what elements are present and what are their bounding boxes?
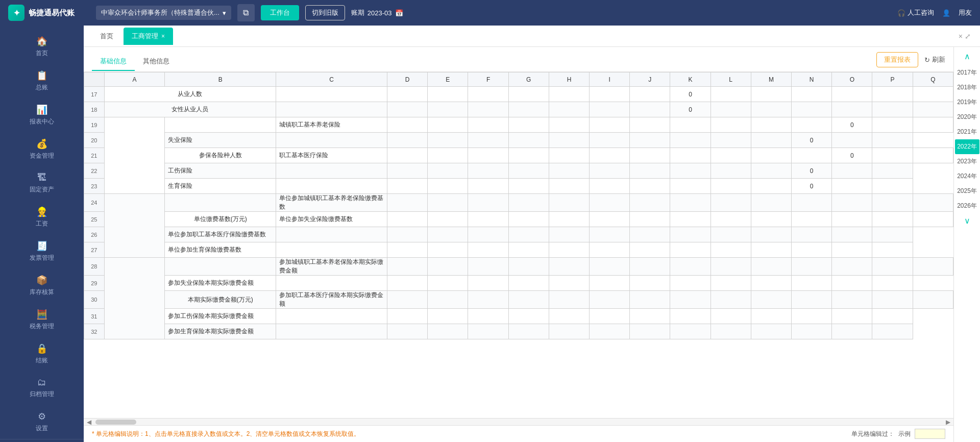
table-cell[interactable]	[792, 117, 832, 133]
table-cell-k[interactable]	[630, 324, 670, 339]
table-cell-k[interactable]	[630, 227, 670, 242]
table-cell-k[interactable]	[630, 309, 670, 324]
table-cell[interactable]	[630, 117, 670, 133]
table-cell-o[interactable]	[792, 324, 832, 339]
table-cell[interactable]	[276, 179, 387, 194]
table-cell[interactable]	[508, 163, 549, 179]
table-cell[interactable]	[832, 163, 872, 179]
consult-button[interactable]: 🎧 人工咨询	[897, 8, 934, 17]
switch-version-button[interactable]: 切到旧版	[305, 5, 345, 20]
table-cell[interactable]	[468, 258, 508, 276]
scroll-thumb[interactable]	[95, 420, 136, 425]
table-cell[interactable]	[468, 242, 508, 258]
table-cell[interactable]	[832, 133, 872, 148]
table-cell-o[interactable]: 0	[792, 133, 832, 148]
sidebar-item-ledger[interactable]: 📋 总账	[0, 64, 84, 98]
table-cell[interactable]	[428, 258, 468, 276]
table-cell[interactable]	[630, 212, 670, 227]
sidebar-item-assets[interactable]: 🏗 固定资产	[0, 166, 84, 200]
sidebar-item-reports[interactable]: 📊 报表中心	[0, 98, 84, 132]
table-cell[interactable]	[276, 227, 387, 242]
table-cell-o[interactable]	[832, 212, 872, 227]
table-cell[interactable]	[549, 258, 589, 276]
table-cell[interactable]	[792, 291, 832, 309]
table-cell[interactable]	[549, 291, 589, 309]
table-cell[interactable]	[751, 148, 791, 163]
year-item[interactable]: 2024年	[955, 169, 979, 184]
table-cell[interactable]	[630, 102, 670, 117]
table-cell[interactable]	[428, 87, 468, 102]
table-cell[interactable]	[670, 227, 710, 242]
table-cell[interactable]	[913, 258, 953, 276]
table-cell[interactable]	[751, 324, 791, 339]
year-item[interactable]: 2026年	[955, 199, 979, 213]
table-cell[interactable]	[590, 163, 630, 179]
table-cell-a[interactable]: 参保各险种人数	[165, 148, 276, 163]
table-cell[interactable]	[792, 212, 832, 227]
year-item[interactable]: 2018年	[955, 80, 979, 95]
table-cell-o[interactable]	[792, 227, 832, 242]
table-cell[interactable]	[549, 309, 589, 324]
table-cell[interactable]	[872, 242, 913, 258]
table-cell-k[interactable]	[670, 148, 710, 163]
table-cell[interactable]	[590, 242, 630, 258]
table-cell[interactable]	[549, 194, 589, 212]
table-cell-k[interactable]: 0	[670, 87, 710, 102]
table-cell[interactable]	[590, 291, 630, 309]
table-cell[interactable]	[428, 133, 468, 148]
table-cell[interactable]	[872, 163, 913, 179]
table-cell[interactable]	[710, 309, 751, 324]
table-cell[interactable]	[387, 87, 428, 102]
table-cell-c[interactable]	[276, 87, 387, 102]
table-cell[interactable]	[913, 148, 953, 163]
table-cell-a[interactable]	[104, 117, 165, 194]
table-cell-ab[interactable]: 从业人数	[104, 87, 276, 102]
table-cell[interactable]	[508, 194, 549, 212]
sidebar-item-guide[interactable]: 🎬 新手引导	[0, 439, 84, 442]
table-cell[interactable]	[913, 291, 953, 309]
table-cell[interactable]	[710, 242, 751, 258]
table-cell[interactable]	[710, 258, 751, 276]
table-cell[interactable]	[872, 179, 913, 194]
table-cell[interactable]	[387, 194, 428, 212]
table-cell[interactable]	[468, 179, 508, 194]
sub-tab-other[interactable]: 其他信息	[135, 53, 178, 71]
table-cell[interactable]	[276, 276, 387, 291]
sidebar-item-funds[interactable]: 💰 资金管理	[0, 132, 84, 166]
table-cell[interactable]	[387, 117, 428, 133]
table-cell[interactable]	[428, 291, 468, 309]
sidebar-item-wages[interactable]: 👷 工资	[0, 200, 84, 234]
table-cell[interactable]	[710, 276, 751, 291]
table-cell[interactable]	[468, 324, 508, 339]
table-cell[interactable]	[468, 227, 508, 242]
table-cell[interactable]	[508, 179, 549, 194]
table-cell[interactable]	[832, 276, 872, 291]
table-cell[interactable]	[468, 276, 508, 291]
table-cell[interactable]	[670, 179, 710, 194]
table-cell-c[interactable]: 工伤保险	[165, 163, 276, 179]
year-item[interactable]: 2021年	[955, 125, 979, 139]
table-cell[interactable]	[872, 227, 913, 242]
table-cell[interactable]	[792, 258, 832, 276]
table-cell[interactable]	[751, 194, 791, 212]
table-cell-k[interactable]	[670, 258, 710, 276]
table-cell-o[interactable]	[832, 102, 872, 117]
table-cell[interactable]	[508, 87, 549, 102]
table-cell[interactable]	[508, 212, 549, 227]
table-cell[interactable]	[428, 179, 468, 194]
table-cell[interactable]	[508, 291, 549, 309]
table-cell[interactable]	[751, 212, 791, 227]
table-cell[interactable]	[872, 258, 913, 276]
table-cell-c[interactable]: 参加失业保险本期实际缴费金额	[165, 276, 276, 291]
table-cell-a[interactable]	[104, 194, 165, 258]
refresh-button[interactable]: ↻ 刷新	[924, 55, 945, 64]
table-cell-o[interactable]	[832, 194, 872, 212]
sidebar-item-home[interactable]: 🏠 首页	[0, 30, 84, 64]
table-cell[interactable]	[751, 309, 791, 324]
copy-button[interactable]: ⧉	[237, 4, 255, 21]
table-cell[interactable]	[549, 102, 589, 117]
table-cell[interactable]	[590, 117, 630, 133]
table-cell-c[interactable]: 参加城镇职工基本养老保险本期实际缴费金额	[276, 258, 387, 276]
year-nav-up-button[interactable]: ∧	[960, 51, 974, 61]
table-cell[interactable]	[832, 227, 872, 242]
